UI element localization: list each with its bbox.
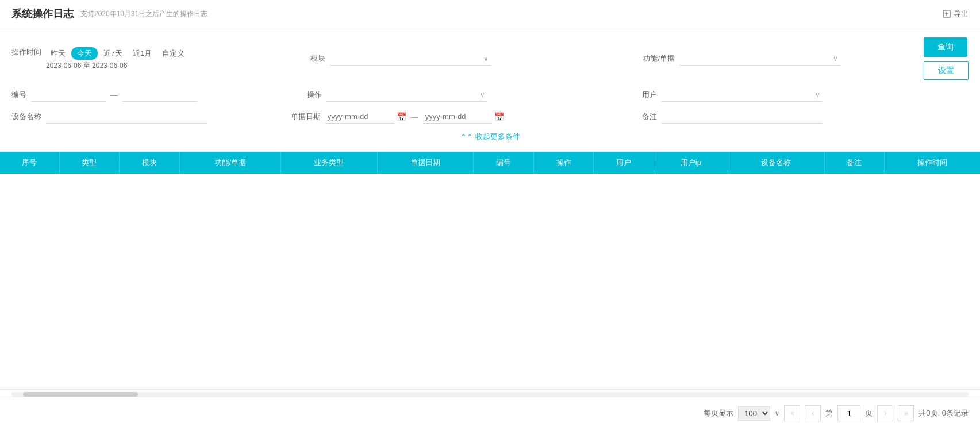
per-page-select[interactable]: 100 50 200: [738, 406, 770, 421]
col-user: 用户: [594, 152, 654, 174]
col-seq: 序号: [0, 152, 59, 174]
col-device: 设备名称: [728, 152, 824, 174]
col-remark: 备注: [824, 152, 884, 174]
export-icon: [942, 9, 951, 18]
empty-row: [0, 174, 980, 357]
next-page-button[interactable]: ›: [877, 405, 893, 421]
col-business-type: 业务类型: [281, 152, 378, 174]
time-btn-yesterday[interactable]: 昨天: [46, 47, 70, 60]
total-info: 共0页, 0条记录: [918, 408, 969, 418]
data-table: 序号 类型 模块 功能/单据 业务类型 单据日期 编号 操作 用户 用户ip 设…: [0, 152, 980, 357]
page-title: 系统操作日志: [11, 7, 74, 21]
time-btn-custom[interactable]: 自定义: [157, 47, 189, 60]
doc-date-end-input[interactable]: [423, 110, 492, 124]
operation-select-wrapper: ∨: [326, 88, 487, 102]
device-input[interactable]: [46, 110, 207, 124]
query-button[interactable]: 查询: [924, 37, 967, 57]
per-page-label: 每页显示: [704, 408, 733, 418]
time-btn-7days[interactable]: 近7天: [99, 47, 127, 60]
scrollbar-area: [0, 389, 980, 399]
time-section: 昨天 今天 近7天 近1月 自定义 2023-06-06 至 2023-06-0…: [46, 47, 189, 71]
number-dash: —: [110, 91, 118, 99]
col-type: 类型: [59, 152, 119, 174]
action-buttons: 查询 设置: [924, 37, 969, 80]
per-page-chevron-icon: ∨: [775, 410, 779, 417]
calendar-end-icon[interactable]: 📅: [494, 112, 504, 121]
filter-row-3: 设备名称 单据日期 📅 — 📅 备注: [11, 110, 969, 124]
col-number: 编号: [474, 152, 533, 174]
col-doc-date: 单据日期: [377, 152, 474, 174]
function-select-wrapper: ∨: [679, 52, 840, 66]
time-btn-1month[interactable]: 近1月: [128, 47, 156, 60]
prev-page-button[interactable]: ‹: [805, 405, 821, 421]
time-label: 操作时间: [11, 47, 41, 57]
table-header: 序号 类型 模块 功能/单据 业务类型 单据日期 编号 操作 用户 用户ip 设…: [0, 152, 980, 174]
table-section: 序号 类型 模块 功能/单据 业务类型 单据日期 编号 操作 用户 用户ip 设…: [0, 152, 980, 389]
user-select-wrapper: ∨: [662, 88, 823, 102]
settings-button[interactable]: 设置: [924, 61, 969, 80]
page-subtitle: 支持2020年10月31日之后产生的操作日志: [80, 9, 207, 19]
filter-row-1: 操作时间 昨天 今天 近7天 近1月 自定义 2023-06-06 至 2023…: [11, 37, 969, 80]
collapse-button[interactable]: ⌃⌃ 收起更多条件: [460, 132, 520, 142]
user-label: 用户: [642, 90, 657, 100]
remark-label: 备注: [642, 111, 657, 122]
module-input[interactable]: [330, 52, 491, 66]
function-input[interactable]: [679, 52, 840, 66]
device-label: 设备名称: [11, 111, 41, 122]
number-label: 编号: [11, 90, 26, 100]
doc-date-label: 单据日期: [291, 111, 321, 122]
col-function: 功能/单据: [179, 152, 280, 174]
page-header: 系统操作日志 支持2020年10月31日之后产生的操作日志 导出: [0, 0, 980, 28]
col-op-time: 操作时间: [884, 152, 980, 174]
operation-label: 操作: [307, 90, 322, 100]
table-body: [0, 174, 980, 357]
pagination: 每页显示 100 50 200 ∨ « ‹ 第 页 › » 共0页, 0条记录: [0, 399, 980, 427]
scrollbar-thumb[interactable]: [23, 392, 138, 397]
collapse-up-icon: ⌃⌃: [460, 133, 473, 141]
operation-input[interactable]: [326, 88, 487, 102]
page-unit: 页: [865, 408, 873, 418]
module-select-wrapper: ∨: [330, 52, 491, 66]
first-page-button[interactable]: «: [784, 405, 800, 421]
last-page-button[interactable]: »: [898, 405, 914, 421]
function-label: 功能/单据: [643, 53, 675, 64]
number-start-input[interactable]: [31, 88, 106, 102]
time-buttons: 昨天 今天 近7天 近1月 自定义: [46, 47, 189, 60]
collapse-row: ⌃⌃ 收起更多条件: [11, 132, 969, 142]
scrollbar-track: [11, 392, 969, 397]
col-user-ip: 用户ip: [654, 152, 728, 174]
doc-date-dash: —: [411, 113, 418, 121]
export-button[interactable]: 导出: [942, 9, 969, 19]
table-header-row: 序号 类型 模块 功能/单据 业务类型 单据日期 编号 操作 用户 用户ip 设…: [0, 152, 980, 174]
col-module: 模块: [120, 152, 179, 174]
doc-date-start-input[interactable]: [325, 110, 394, 124]
module-label: 模块: [310, 53, 325, 64]
col-operation: 操作: [533, 152, 593, 174]
filter-area: 操作时间 昨天 今天 近7天 近1月 自定义 2023-06-06 至 2023…: [0, 28, 980, 152]
calendar-start-icon[interactable]: 📅: [397, 112, 406, 121]
page-label: 第: [825, 408, 833, 418]
time-range: 2023-06-06 至 2023-06-06: [46, 61, 189, 71]
time-btn-today[interactable]: 今天: [71, 47, 98, 60]
filter-row-2: 编号 — 操作 ∨ 用户 ∨: [11, 88, 969, 102]
user-input[interactable]: [662, 88, 823, 102]
number-end-input[interactable]: [122, 88, 197, 102]
page-input[interactable]: [837, 405, 860, 421]
remark-input[interactable]: [662, 110, 823, 124]
